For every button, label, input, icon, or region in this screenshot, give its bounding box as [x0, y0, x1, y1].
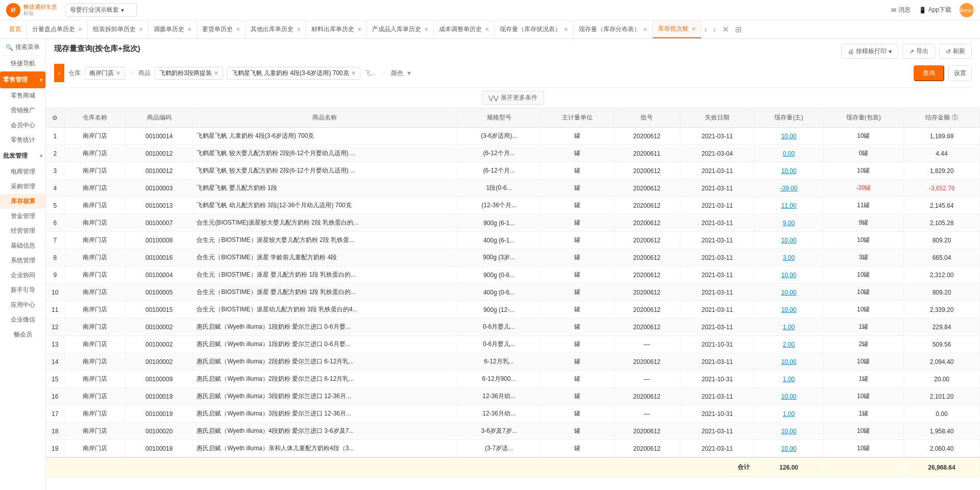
settings-icon[interactable]: ⚙ [52, 114, 58, 121]
cell-stock-main[interactable]: 1.00 [754, 405, 823, 423]
sidebar-item-finance[interactable]: 资金管理 [0, 209, 45, 224]
cell-stock-main[interactable]: 11.00 [754, 197, 823, 214]
close-icon[interactable]: ✕ [78, 27, 82, 32]
cell-stock-main[interactable]: 10.00 [754, 266, 823, 284]
remove-goods-2-icon[interactable]: ✕ [351, 70, 356, 77]
close-icon[interactable]: ✕ [187, 27, 191, 32]
sidebar-item-retail-stats[interactable]: 零售统计 [0, 133, 45, 148]
cell-warehouse: 南岸门店 [64, 214, 126, 232]
tab-6[interactable]: 材料出库单历史 ✕ [306, 20, 367, 38]
tab-8[interactable]: 成本调整单历史 ✕ [434, 20, 495, 38]
sidebar-item-purchase[interactable]: 采购管理 [0, 179, 45, 194]
color-filter-label: 颜色 [391, 69, 403, 78]
cell-stock-main[interactable]: 10.00 [754, 388, 823, 405]
close-icon[interactable]: ✕ [692, 26, 696, 32]
sidebar-item-member[interactable]: 会员中心 [0, 118, 45, 133]
filter-expand-btn[interactable]: › [54, 64, 64, 82]
avatar[interactable]: demo2 [960, 3, 974, 17]
close-icon[interactable]: ✕ [357, 27, 361, 32]
close-icon[interactable]: ✕ [297, 27, 301, 32]
cell-stock-main[interactable]: 9.00 [754, 214, 823, 232]
cell-stock-main[interactable]: 10.00 [754, 284, 823, 301]
warehouse-filter-tag[interactable]: 南岸门店 ✕ [85, 67, 125, 80]
tab-1[interactable]: 分量盘点单历史 ✕ [27, 20, 88, 38]
tab-2[interactable]: 组装拆卸单历史 ✕ [88, 20, 149, 38]
sidebar-item-app-center[interactable]: 应用中心 [0, 298, 45, 312]
print-btn[interactable]: 🖨 按模板打印 ▾ [841, 44, 898, 59]
footer-total-balance: 26,968.64 [904, 457, 980, 477]
sidebar-quick-nav[interactable]: 快捷导航 [0, 56, 45, 71]
cell-no: 19 [46, 440, 64, 458]
sidebar-item-vip[interactable]: 畅会员 [0, 327, 45, 342]
close-icon[interactable]: ✕ [564, 27, 568, 32]
org-selector[interactable]: 母婴行业演示账套 ▾ [65, 3, 137, 17]
tab-11-active[interactable]: 库存批次账 ✕ [653, 20, 701, 38]
tab-4[interactable]: 要货单历史 ✕ [197, 20, 246, 38]
sidebar-item-enterprise[interactable]: 企业协同 [0, 268, 45, 283]
app-download-btn[interactable]: 📱 App下载 [919, 6, 951, 14]
cell-stock-main[interactable]: 10.00 [754, 128, 823, 145]
tab-home[interactable]: 首页 [4, 20, 27, 38]
cell-expire: 2021-03-11 [680, 318, 754, 336]
tab-5[interactable]: 其他出库单历史 ✕ [246, 20, 306, 38]
export-btn[interactable]: ↗ 导出 [902, 44, 935, 59]
goods-filter-more[interactable]: 飞... [364, 69, 376, 78]
color-filter-arrow[interactable]: ▾ [407, 69, 411, 77]
cell-unit: 罐 [541, 232, 614, 249]
cell-stock-main[interactable]: 1.00 [754, 371, 823, 388]
close-icon[interactable]: ✕ [139, 27, 143, 32]
cell-stock-main[interactable]: 10.00 [754, 232, 823, 249]
settings-button[interactable]: 设置 [948, 65, 972, 81]
cell-no: 1 [46, 128, 64, 145]
tab-10[interactable]: 现存量（库存分布表） ✕ [574, 20, 653, 38]
sidebar-item-operations[interactable]: 经营管理 [0, 224, 45, 238]
sidebar-item-inventory[interactable]: 库存核算 [0, 194, 45, 209]
cell-stock-main[interactable]: 10.00 [754, 440, 823, 458]
cell-code: 00100003 [126, 180, 192, 197]
goods-filter-tag-2[interactable]: 飞鹤星飞帆 儿童奶粉 4段(3-6岁适用) 700克 ✕ [227, 67, 360, 80]
tab-close-all[interactable]: ✕ [719, 24, 732, 34]
sidebar-item-wechat[interactable]: 企业微信 [0, 312, 45, 327]
cell-warehouse: 南岸门店 [64, 284, 126, 301]
tab-3[interactable]: 调拨单历史 ✕ [149, 20, 197, 38]
cell-code: 00100005 [126, 284, 192, 301]
cell-stock-main[interactable]: -39.00 [754, 180, 823, 197]
cell-stock-main[interactable]: 1.00 [754, 318, 823, 336]
remove-warehouse-icon[interactable]: ✕ [116, 70, 120, 77]
cell-spec: 400g (0-6... [457, 284, 541, 301]
tab-7[interactable]: 产成品入库单历史 ✕ [367, 20, 434, 38]
cell-batch: 20200612 [614, 128, 680, 145]
message-btn[interactable]: ✉ 消息 [891, 6, 911, 14]
query-button[interactable]: 查询 [914, 65, 944, 81]
tab-nav-next[interactable]: › [710, 25, 719, 34]
sidebar-item-guide[interactable]: 新手引导 [0, 283, 45, 298]
cell-stock-main[interactable]: 0.00 [754, 145, 823, 162]
sidebar-item-marketing[interactable]: 营销推广 [0, 103, 45, 118]
remove-goods-1-icon[interactable]: ✕ [214, 70, 218, 77]
sidebar-search[interactable]: 🔍 搜索菜单 [0, 39, 45, 56]
expand-more-btn[interactable]: ⋁⋁ 展开更多条件 [482, 91, 544, 105]
close-icon[interactable]: ✕ [424, 27, 428, 32]
sidebar-item-basic-info[interactable]: 基础信息 [0, 238, 45, 253]
sidebar-item-retail-shop[interactable]: 零售商城 [0, 88, 45, 103]
close-icon[interactable]: ✕ [643, 27, 647, 32]
cell-stock-main[interactable]: 10.00 [754, 301, 823, 318]
sidebar-item-wholesale[interactable]: 批发管理 ▾ [0, 148, 45, 164]
goods-filter-tag-1[interactable]: 飞鹤奶粉3段两提装 ✕ [155, 67, 223, 80]
close-icon[interactable]: ✕ [485, 27, 489, 32]
tab-expand[interactable]: ⊞ [732, 24, 745, 34]
cell-stock-main[interactable]: 10.00 [754, 162, 823, 180]
cell-stock-main[interactable]: 10.00 [754, 423, 823, 440]
cell-no: 7 [46, 232, 64, 249]
sidebar-item-retail-mgmt[interactable]: 零售管理 ▾ [0, 71, 45, 88]
tab-nav-prev[interactable]: ‹ [701, 25, 710, 34]
cell-stock-main[interactable]: 10.00 [754, 353, 823, 371]
close-icon[interactable]: ✕ [236, 27, 240, 32]
th-settings[interactable]: ⚙ [46, 108, 64, 128]
sidebar-item-system[interactable]: 系统管理 [0, 253, 45, 268]
refresh-btn[interactable]: ↺ 刷新 [939, 44, 972, 59]
cell-stock-main[interactable]: 3.00 [754, 249, 823, 266]
cell-stock-main[interactable]: 2.00 [754, 336, 823, 353]
tab-9[interactable]: 现存量（库存状况表） ✕ [495, 20, 574, 38]
sidebar-item-ecommerce[interactable]: 电商管理 [0, 164, 45, 179]
